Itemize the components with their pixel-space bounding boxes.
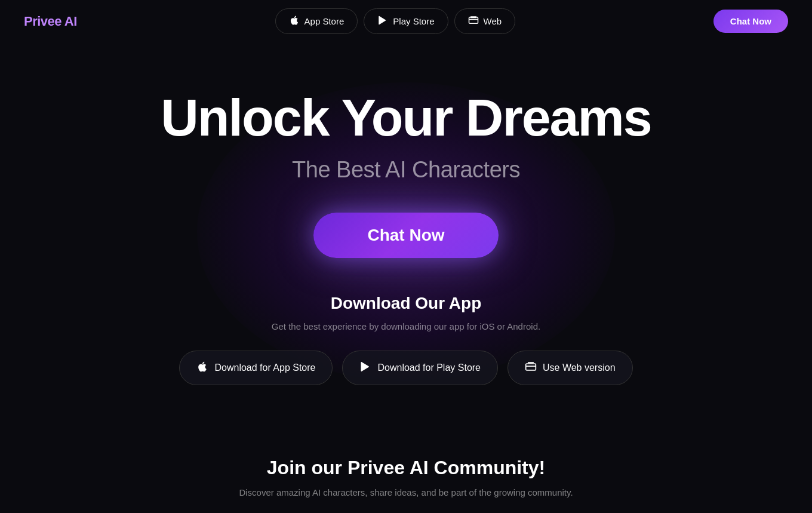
nav-app-store-label: App Store	[304, 16, 345, 26]
nav-chat-now-button[interactable]: Chat Now	[713, 10, 788, 33]
nav-play-store-button[interactable]: Play Store	[364, 8, 448, 34]
community-section: Join our Privee AI Community! Discover a…	[0, 421, 812, 513]
download-play-store-label: Download for Play Store	[377, 363, 481, 373]
download-buttons: Download for App Store Download for Play…	[179, 351, 632, 385]
nav-web-label: Web	[484, 16, 502, 26]
svg-rect-2	[526, 364, 536, 370]
web-icon	[468, 15, 479, 27]
download-web-icon	[525, 361, 537, 375]
hero-subtitle: The Best AI Characters	[292, 157, 520, 183]
download-playstore-icon	[359, 361, 371, 375]
playstore-icon	[377, 15, 388, 27]
download-app-store-label: Download for App Store	[214, 363, 315, 373]
svg-rect-0	[469, 17, 478, 24]
apple-icon	[289, 15, 300, 27]
download-title: Download Our App	[331, 294, 482, 313]
download-apple-icon	[196, 361, 208, 375]
brand-logo: Privee AI	[24, 14, 77, 29]
nav-app-store-button[interactable]: App Store	[275, 8, 358, 34]
nav-web-button[interactable]: Web	[454, 8, 516, 34]
download-app-store-button[interactable]: Download for App Store	[179, 351, 333, 385]
navbar: Privee AI App Store Play Store	[0, 0, 812, 42]
community-subtitle: Discover amazing AI characters, share id…	[239, 487, 573, 497]
hero-title: Unlock Your Dreams	[161, 90, 651, 145]
community-title: Join our Privee AI Community!	[267, 457, 545, 479]
download-section: Download Our App Get the best experience…	[155, 294, 656, 385]
download-subtitle: Get the best experience by downloading o…	[272, 321, 540, 331]
download-web-button[interactable]: Use Web version	[508, 351, 633, 385]
nav-play-store-label: Play Store	[393, 16, 434, 26]
svg-rect-1	[470, 16, 476, 18]
download-play-store-button[interactable]: Download for Play Store	[342, 351, 498, 385]
hero-chat-now-button[interactable]: Chat Now	[313, 213, 498, 258]
nav-center: App Store Play Store Web	[275, 8, 516, 34]
hero-section: Unlock Your Dreams The Best AI Character…	[0, 42, 812, 421]
download-web-label: Use Web version	[543, 363, 616, 373]
